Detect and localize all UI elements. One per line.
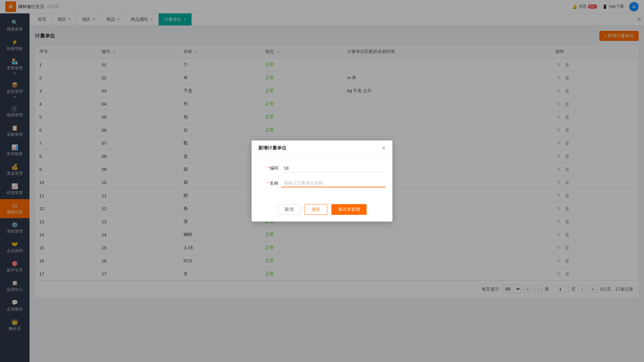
modal-overlay: 新增计量单位 ✕ *编码 *名称 取消 保存 保存并新增 xyxy=(0,0,644,362)
cancel-button[interactable]: 取消 xyxy=(278,204,301,215)
code-input[interactable] xyxy=(281,164,386,172)
code-label: *编码 xyxy=(258,165,278,171)
modal-header: 新增计量单位 ✕ xyxy=(252,140,392,156)
name-input[interactable] xyxy=(281,179,386,187)
form-row-code: *编码 xyxy=(258,164,386,172)
modal-title: 新增计量单位 xyxy=(258,145,286,151)
modal-footer: 取消 保存 保存并新增 xyxy=(252,201,392,222)
modal-body: *编码 *名称 xyxy=(252,156,392,201)
save-button[interactable]: 保存 xyxy=(305,204,327,215)
save-and-new-button[interactable]: 保存并新增 xyxy=(331,204,367,215)
modal-close-btn[interactable]: ✕ xyxy=(381,145,386,151)
add-unit-modal: 新增计量单位 ✕ *编码 *名称 取消 保存 保存并新增 xyxy=(252,140,392,222)
name-label: *名称 xyxy=(258,180,278,186)
form-row-name: *名称 xyxy=(258,179,386,187)
